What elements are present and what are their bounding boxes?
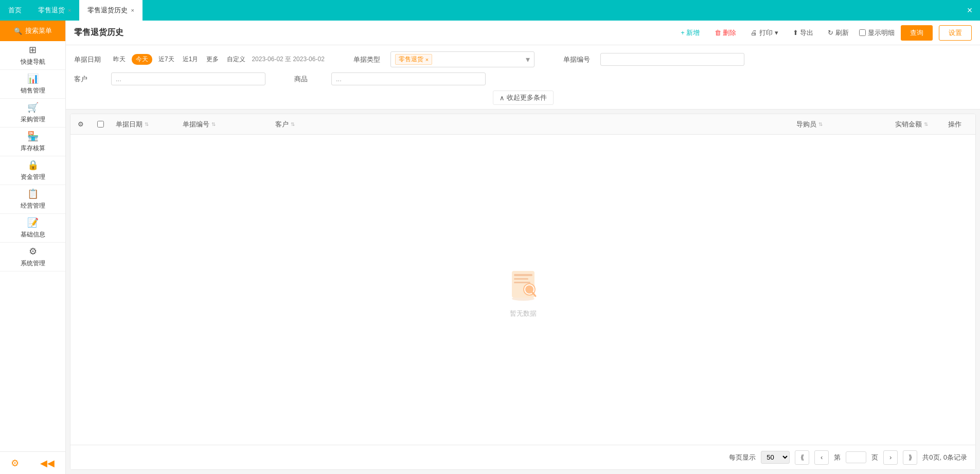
th-settings[interactable]: ⚙ — [70, 120, 91, 128]
tab-retail-return[interactable]: 零售退货 × — [30, 0, 79, 21]
page-next-button[interactable]: › — [883, 450, 898, 465]
sidebar-audio-button[interactable]: ◀◀ — [40, 458, 55, 469]
type-tag: 零售退货 × — [395, 54, 432, 65]
capital-mgmt-icon: 🔒 — [27, 159, 39, 171]
window-close-button[interactable]: × — [959, 0, 980, 21]
sidebar-item-system-mgmt-label: 系统管理 — [21, 259, 45, 268]
sidebar: 🔍 搜索菜单 ⊞ 快捷导航 📊 销售管理 🛒 采购管理 🏪 库存核算 🔒 — [0, 21, 66, 474]
sidebar-item-system-mgmt[interactable]: ⚙ 系统管理 — [0, 243, 65, 271]
table-wrapper: ⚙ 单据日期 ⇅ 单据编号 ⇅ 客户 ⇅ 导购员 — [70, 114, 976, 470]
sidebar-search[interactable]: 🔍 搜索菜单 — [0, 21, 65, 41]
th-checkbox[interactable] — [91, 121, 110, 127]
sidebar-item-purchase-mgmt[interactable]: 🛒 采购管理 — [0, 99, 65, 127]
new-button[interactable]: + 新增 — [676, 26, 704, 40]
sidebar-bottom: ⚙ ◀◀ — [0, 451, 65, 474]
print-dropdown-icon[interactable]: ▾ — [775, 29, 778, 37]
sidebar-item-quick-nav[interactable]: ⊞ 快捷导航 — [0, 41, 65, 70]
order-no-input[interactable] — [600, 53, 744, 66]
th-customer-sort-icon[interactable]: ⇅ — [291, 121, 295, 127]
display-detail-input[interactable] — [859, 29, 866, 36]
th-guide[interactable]: 导购员 ⇅ — [790, 120, 872, 129]
operation-mgmt-icon: 📋 — [27, 188, 39, 199]
display-detail-label: 显示明细 — [868, 28, 895, 38]
type-filter-label: 单据类型 — [353, 55, 382, 64]
sidebar-search-label: 搜索菜单 — [25, 26, 52, 35]
page-title: 零售退货历史 — [74, 27, 676, 38]
refresh-button-label: ↻ 刷新 — [828, 28, 849, 38]
print-button[interactable]: 🖨 打印 ▾ — [746, 26, 782, 40]
customer-input[interactable] — [111, 72, 265, 85]
svg-rect-2 — [514, 274, 532, 276]
delete-button-label: 🗑 删除 — [715, 28, 737, 38]
date-today-btn[interactable]: 今天 — [132, 54, 152, 65]
th-operation-label: 操作 — [948, 120, 961, 129]
tab-retail-return-history-label: 零售退货历史 — [87, 6, 128, 15]
th-date-sort-icon[interactable]: ⇅ — [145, 121, 149, 127]
filter-row-2: 客户 商品 — [74, 72, 972, 85]
sidebar-menu: ⊞ 快捷导航 📊 销售管理 🛒 采购管理 🏪 库存核算 🔒 资金管理 📋 — [0, 41, 65, 451]
tab-retail-return-history-close[interactable]: × — [131, 7, 134, 13]
date-last7-btn[interactable]: 近7天 — [156, 54, 176, 65]
select-all-checkbox[interactable] — [97, 121, 104, 127]
tab-retail-return-close[interactable]: × — [68, 7, 71, 13]
page-unit: 页 — [871, 453, 878, 462]
th-guide-sort-icon[interactable]: ⇅ — [818, 121, 823, 127]
date-yesterday-btn[interactable]: 昨天 — [111, 54, 128, 65]
type-tag-close[interactable]: × — [425, 57, 429, 63]
type-dropdown-arrow: ▾ — [526, 54, 530, 64]
refresh-button[interactable]: ↻ 刷新 — [824, 26, 853, 40]
goods-filter-label: 商品 — [294, 75, 323, 84]
per-page-label: 每页显示 — [729, 453, 756, 462]
sidebar-settings-button[interactable]: ⚙ — [11, 458, 19, 469]
th-customer[interactable]: 客户 ⇅ — [269, 120, 790, 129]
page-number-input[interactable]: 1 — [846, 451, 866, 463]
page-last-button[interactable]: ⟫ — [903, 450, 917, 465]
tab-home-label: 首页 — [8, 6, 22, 15]
th-order-no[interactable]: 单据编号 ⇅ — [176, 120, 269, 129]
th-date[interactable]: 单据日期 ⇅ — [110, 120, 176, 129]
pagination-bar: 每页显示 10 20 50 100 ⟪ ‹ 第 1 页 › ⟫ 共0页, 0条记… — [70, 445, 975, 469]
collapse-button[interactable]: ∧ 收起更多条件 — [493, 90, 554, 105]
type-filter-select[interactable]: 零售退货 × ▾ — [390, 51, 534, 67]
delete-button[interactable]: 🗑 删除 — [710, 26, 741, 40]
content-area: 零售退货历史 + 新增 🗑 删除 🖨 打印 ▾ ⬆ 导出 ↻ 刷新 — [66, 21, 980, 474]
quick-nav-icon: ⊞ — [29, 44, 37, 56]
sidebar-item-basic-info-label: 基础信息 — [21, 230, 45, 239]
date-custom-btn[interactable]: 自定义 — [225, 54, 247, 65]
system-mgmt-icon: ⚙ — [29, 246, 37, 257]
display-detail-checkbox[interactable]: 显示明细 — [859, 28, 895, 38]
sidebar-item-purchase-mgmt-label: 采购管理 — [21, 115, 45, 124]
filter-row-1: 单据日期 昨天 今天 近7天 近1月 更多 自定义 2023-06-02 至 2… — [74, 51, 972, 67]
tab-retail-return-history[interactable]: 零售退货历史 × — [79, 0, 142, 21]
date-more-btn[interactable]: 更多 — [204, 54, 221, 65]
th-amount[interactable]: 实销金额 ⇅ — [872, 120, 934, 129]
table-header: ⚙ 单据日期 ⇅ 单据编号 ⇅ 客户 ⇅ 导购员 — [70, 114, 975, 135]
sidebar-item-capital-mgmt[interactable]: 🔒 资金管理 — [0, 156, 65, 185]
page-first-button[interactable]: ⟪ — [795, 450, 809, 465]
customer-filter-label: 客户 — [74, 75, 103, 84]
svg-rect-3 — [514, 278, 528, 280]
th-order-no-sort-icon[interactable]: ⇅ — [211, 121, 216, 127]
goods-input[interactable] — [331, 72, 486, 85]
search-icon: 🔍 — [14, 27, 22, 35]
th-amount-sort-icon[interactable]: ⇅ — [924, 121, 928, 127]
sidebar-item-basic-info[interactable]: 📝 基础信息 — [0, 214, 65, 243]
query-button[interactable]: 查询 — [901, 25, 933, 41]
sidebar-item-sales-mgmt[interactable]: 📊 销售管理 — [0, 70, 65, 99]
table-body: 暂无数据 — [70, 135, 975, 445]
sidebar-item-sales-mgmt-label: 销售管理 — [21, 86, 45, 95]
date-last1m-btn[interactable]: 近1月 — [181, 54, 201, 65]
settings-button[interactable]: 设置 — [939, 25, 972, 41]
th-date-label: 单据日期 — [116, 120, 142, 129]
export-button[interactable]: ⬆ 导出 — [789, 26, 818, 40]
page-prev-button[interactable]: ‹ — [814, 450, 829, 465]
empty-state: 暂无数据 — [503, 262, 544, 318]
per-page-select[interactable]: 10 20 50 100 — [761, 451, 790, 464]
sidebar-item-inventory[interactable]: 🏪 库存核算 — [0, 127, 65, 156]
th-operation: 操作 — [934, 120, 975, 129]
tab-home[interactable]: 首页 — [0, 0, 30, 21]
sidebar-item-operation-mgmt-label: 经营管理 — [21, 202, 45, 210]
table-settings-icon[interactable]: ⚙ — [78, 120, 84, 128]
order-no-filter-label: 单据编号 — [563, 55, 592, 64]
sidebar-item-operation-mgmt[interactable]: 📋 经营管理 — [0, 185, 65, 214]
